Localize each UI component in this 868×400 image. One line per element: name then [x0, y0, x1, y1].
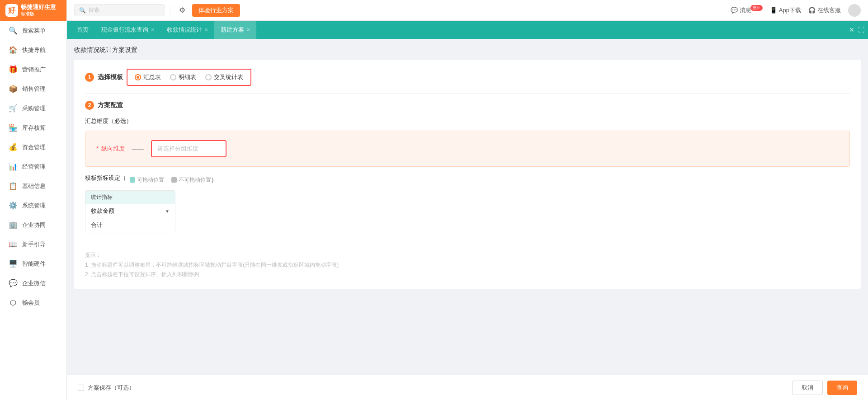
indicator-table: 统计指标 收款金额 ▼ 合计	[85, 190, 175, 232]
tips-section: 提示： 1. 拖动标题栏可以调整布局，不可跨维度或指标区域拖动拦目字段(只能在同…	[85, 243, 850, 280]
sidebar-item-operations[interactable]: 📊 经营管理	[0, 157, 66, 176]
footer: 方案保存（可选） 取消 查询	[67, 375, 868, 400]
indicator-section: 模板指标设定（ 可拖动位置 不可拖动位置 ）	[85, 174, 850, 234]
download-icon: 📱	[770, 7, 777, 14]
sidebar-item-quick-nav[interactable]: 🏠 快捷导航	[0, 40, 66, 60]
sidebar-item-basic[interactable]: 📋 基础信息	[0, 176, 66, 196]
fixed-legend: 不可拖动位置	[171, 176, 211, 184]
system-icon: ⚙️	[9, 201, 18, 210]
sidebar-item-member[interactable]: ⬡ 畅会员	[0, 293, 66, 312]
sidebar-item-marketing[interactable]: 🎁 营销推广	[0, 60, 66, 79]
tab-bank-flow-close[interactable]: ×	[151, 27, 154, 33]
radio-cross-label: 交叉统计表	[214, 73, 243, 81]
finance-icon: 💰	[9, 143, 18, 151]
sidebar-item-label: 营销推广	[22, 66, 46, 74]
notification-label: 消息	[740, 6, 751, 14]
sidebar-item-guide[interactable]: 📖 新手引导	[0, 235, 66, 254]
radio-detail-circle	[170, 74, 176, 80]
footer-save-option: 方案保存（可选）	[78, 384, 135, 392]
save-checkbox[interactable]	[78, 385, 84, 391]
tabbar: 首页 现金银行流水查询 × 收款情况统计 × 新建方案 × ✕ ⛶	[67, 21, 868, 39]
home-icon: 🏠	[9, 46, 18, 54]
hardware-icon: 🖥️	[9, 259, 18, 268]
sidebar-item-label: 智能硬件	[22, 260, 46, 268]
query-button[interactable]: 查询	[827, 381, 857, 395]
tab-new-plan-close[interactable]: ×	[247, 27, 250, 33]
search-icon: 🔍	[79, 7, 86, 14]
close-all-icon[interactable]: ✕	[849, 26, 854, 33]
sidebar-item-label: 系统管理	[22, 202, 46, 210]
app-download-label: App下载	[779, 6, 801, 14]
operations-icon: 📊	[9, 162, 18, 171]
section2-header: 2 方案配置	[85, 101, 850, 110]
radio-summary-circle	[135, 74, 141, 80]
fixed-dot	[171, 177, 177, 183]
amount-dropdown-icon[interactable]: ▼	[165, 209, 170, 214]
drag-legend: 可拖动位置 不可拖动位置	[130, 176, 211, 184]
tip-1: 1. 拖动标题栏可以调整布局，不可跨维度或指标区域拖动拦目字段(只能在同一维度或…	[85, 260, 850, 270]
radio-cross[interactable]: 交叉统计表	[205, 73, 243, 81]
tab-receipt-stats[interactable]: 收款情况统计 ×	[160, 21, 214, 39]
radio-summary[interactable]: 汇总表	[135, 73, 161, 81]
sidebar-item-label: 搜索菜单	[22, 27, 46, 35]
dimension-selector[interactable]: 请选择分组维度	[151, 140, 226, 157]
sidebar-item-search-menu[interactable]: 🔍 搜索菜单	[0, 21, 66, 40]
sidebar-item-label: 经营管理	[22, 163, 46, 171]
member-icon: ⬡	[9, 298, 18, 307]
logo-name: 畅捷通好生意	[21, 4, 56, 11]
logo-icon: 好	[5, 4, 18, 17]
radio-summary-label: 汇总表	[143, 73, 161, 81]
guide-icon: 📖	[9, 240, 18, 249]
sidebar-item-sales[interactable]: 📦 销售管理	[0, 79, 66, 99]
industry-solution-button[interactable]: 体验行业方案	[192, 4, 240, 17]
radio-detail-label: 明细表	[179, 73, 196, 81]
template-radio-group: 汇总表 明细表 交叉统计表	[127, 69, 251, 86]
purchase-icon: 🛒	[9, 104, 18, 113]
logo-text-block: 畅捷通好生意 标准版	[21, 4, 56, 17]
sidebar-nav: 🔍 搜索菜单 🏠 快捷导航 🎁 营销推广 📦 销售管理 🛒 采购管理 🏪 库存核…	[0, 21, 66, 400]
sidebar-item-system[interactable]: ⚙️ 系统管理	[0, 196, 66, 215]
radio-detail[interactable]: 明细表	[170, 73, 196, 81]
tab-new-plan-label: 新建方案	[221, 26, 244, 34]
indicator-label-text: 模板指标设定（	[85, 174, 126, 182]
movable-label: 可拖动位置	[137, 176, 164, 184]
sidebar-item-wechat[interactable]: 💬 企业微信	[0, 273, 66, 293]
tab-home[interactable]: 首页	[71, 21, 95, 39]
close-paren: ）	[211, 176, 217, 184]
search-box[interactable]: 🔍 搜索	[74, 4, 165, 16]
tab-new-plan[interactable]: 新建方案 ×	[214, 21, 256, 39]
tab-bank-flow-label: 现金银行流水查询	[101, 26, 148, 34]
online-service-button[interactable]: 🎧 在线客服	[808, 6, 841, 14]
settings-button[interactable]: ⚙	[176, 4, 189, 17]
sidebar-item-inventory[interactable]: 🏪 库存核算	[0, 118, 66, 137]
enterprise-icon: 🏢	[9, 221, 18, 229]
settings-card: 1 选择模板 汇总表 明细表 交叉统计表	[74, 60, 861, 289]
sidebar-item-enterprise[interactable]: 🏢 企业协同	[0, 215, 66, 235]
sidebar-item-finance[interactable]: 💰 资金管理	[0, 137, 66, 157]
vertical-label-text: 纵向维度	[101, 145, 125, 152]
gift-icon: 🎁	[9, 65, 18, 74]
app-download-button[interactable]: 📱 App下载	[770, 6, 801, 14]
sidebar-item-label: 新手引导	[22, 240, 46, 249]
dimension-placeholder: 请选择分组维度	[157, 145, 198, 152]
expand-icon[interactable]: ⛶	[858, 26, 864, 33]
sidebar-item-purchase[interactable]: 🛒 采购管理	[0, 99, 66, 118]
section1-title: 选择模板	[98, 73, 123, 81]
sidebar-item-label: 基础信息	[22, 182, 46, 190]
footer-buttons: 取消 查询	[792, 381, 857, 395]
topbar: 🔍 搜索 ⚙ 体验行业方案 💬 消息 99+ 📱 App下载 🎧 在线客服	[67, 0, 868, 21]
sidebar-item-label: 销售管理	[22, 85, 46, 93]
notification-button[interactable]: 💬 消息 99+	[731, 6, 763, 14]
user-avatar[interactable]	[848, 4, 861, 17]
page-title: 收款情况统计方案设置	[74, 46, 861, 54]
tip-title: 提示：	[85, 250, 850, 260]
cancel-button[interactable]: 取消	[792, 381, 823, 395]
tab-receipt-stats-close[interactable]: ×	[205, 27, 208, 33]
service-icon: 🎧	[808, 7, 816, 14]
fixed-label: 不可拖动位置	[179, 176, 211, 184]
total-label: 合计	[91, 221, 103, 229]
tab-bank-flow[interactable]: 现金银行流水查询 ×	[95, 21, 160, 39]
section-divider	[85, 93, 850, 94]
vertical-field-label: * 纵向维度	[96, 145, 125, 153]
sidebar-item-hardware[interactable]: 🖥️ 智能硬件	[0, 254, 66, 273]
